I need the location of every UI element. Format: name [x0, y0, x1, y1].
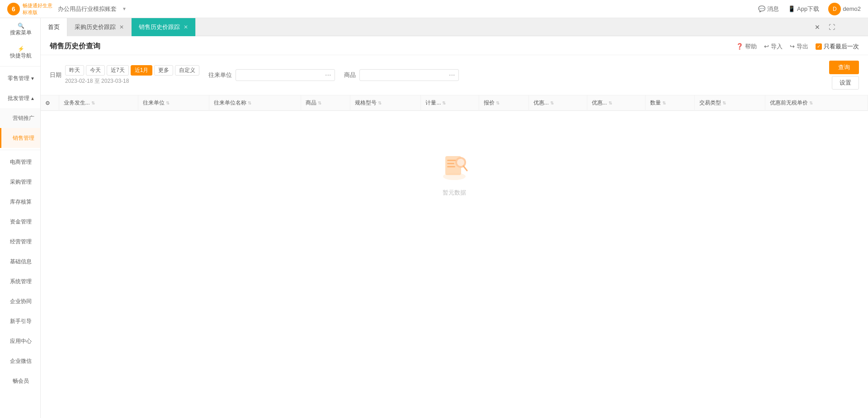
tab-bar-actions: ✕ ⛶ [812, 22, 841, 33]
sidebar-item-system[interactable]: 系统管理 [0, 271, 40, 291]
empty-icon [436, 147, 472, 183]
sidebar-item-marketing[interactable]: 营销推广 [0, 108, 40, 128]
date-btn-custom[interactable]: 自定义 [175, 65, 199, 76]
sidebar-item-wechat[interactable]: 企业微信 [0, 351, 40, 371]
svg-rect-3 [447, 163, 454, 164]
svg-rect-4 [447, 166, 455, 167]
tab-close-sales[interactable]: ✕ [184, 24, 188, 30]
user-action[interactable]: D demo2 [828, 3, 861, 15]
sidebar-item-purchase[interactable]: 采购管理 [0, 172, 40, 192]
product-filter-group: 商品 ··· [344, 69, 459, 81]
sort-icon: ⇅ [378, 100, 382, 105]
partner-dots-icon[interactable]: ··· [325, 71, 331, 79]
message-icon: 💬 [758, 5, 765, 12]
top-bar-right: 💬 消息 📱 App下载 D demo2 [758, 3, 861, 15]
date-range: 2023-02-18 至 2023-03-18 [65, 77, 199, 85]
th-trade-type[interactable]: 交易类型⇅ [695, 95, 765, 111]
sidebar-item-sales[interactable]: 销售管理 [0, 128, 40, 148]
sort-icon: ⇅ [550, 100, 554, 105]
th-biz-date[interactable]: 业务发生...⇅ [59, 95, 138, 111]
help-action[interactable]: ❓ 帮助 [736, 43, 757, 51]
page-header: 销售历史价查询 ❓ 帮助 ↩ 导入 ↪ 导出 ✓ [41, 36, 868, 55]
date-btn-yesterday[interactable]: 昨天 [65, 65, 84, 76]
search-icon: 🔍 [18, 23, 24, 29]
export-action[interactable]: ↪ 导出 [790, 43, 808, 51]
empty-state: 暂元数据 [41, 111, 868, 233]
sort-icon: ⇅ [809, 100, 813, 105]
chevron-up-icon: ▲ [30, 96, 35, 101]
sidebar-item-shortcut[interactable]: ⚡ 快捷导航 [0, 41, 40, 64]
sidebar-item-retail[interactable]: 零售管理 ▼ [0, 68, 40, 88]
th-quantity[interactable]: 数量⇅ [645, 95, 694, 111]
product-input-wrapper: ··· [359, 69, 459, 81]
date-btn-7days[interactable]: 近7天 [107, 65, 129, 76]
sidebar-item-ecommerce[interactable]: 电商管理 [0, 152, 40, 172]
page-title: 销售历史价查询 [50, 42, 100, 51]
sidebar-item-apps[interactable]: 应用中心 [0, 331, 40, 351]
tab-close-all-button[interactable]: ✕ [812, 22, 823, 33]
tab-sales-history[interactable]: 销售历史价跟踪 ✕ [132, 18, 196, 36]
tab-home[interactable]: 首页 [41, 18, 67, 36]
sidebar-item-enterprise[interactable]: 企业协同 [0, 291, 40, 311]
top-bar: 6 畅捷通好生意 标准版 办公用品行业模拟账套 ▼ 💬 消息 📱 App下载 D… [0, 0, 868, 18]
product-dots-icon[interactable]: ··· [449, 71, 455, 79]
th-partner-code[interactable]: 往来单位⇅ [138, 95, 209, 111]
tab-close-purchase[interactable]: ✕ [119, 24, 124, 30]
sidebar-item-inventory[interactable]: 库存核算 [0, 192, 40, 212]
product-label: 商品 [344, 71, 356, 79]
th-discount1[interactable]: 优惠...⇅ [528, 95, 587, 111]
dropdown-icon[interactable]: ▼ [122, 6, 127, 11]
sidebar: 🔍 搜索菜单 ⚡ 快捷导航 零售管理 ▼ 批发管理 ▲ 营销推广 销售管理 电商… [0, 18, 41, 418]
sidebar-item-finance[interactable]: 资金管理 [0, 212, 40, 232]
th-discount2[interactable]: 优惠...⇅ [587, 95, 645, 111]
avatar: D [828, 3, 841, 15]
svg-line-7 [463, 166, 467, 171]
svg-rect-2 [447, 160, 456, 161]
tab-purchase-history[interactable]: 采购历史价跟踪 ✕ [67, 18, 132, 36]
download-icon: 📱 [788, 5, 795, 12]
th-unit[interactable]: 计量...⇅ [421, 95, 479, 111]
date-filter-group: 日期 昨天 今天 近7天 近1月 更多 自定义 2023-02-18 至 202… [50, 65, 199, 85]
th-tax-price[interactable]: 优惠前无税单价⇅ [765, 95, 868, 111]
page-content: 销售历史价查询 ❓ 帮助 ↩ 导入 ↪ 导出 ✓ [41, 36, 868, 418]
date-btn-today[interactable]: 今天 [86, 65, 105, 76]
only-last-checkbox[interactable]: ✓ 只看最后一次 [816, 43, 859, 51]
sidebar-item-member[interactable]: 畅会员 [0, 371, 40, 391]
table-container: ⚙ 业务发生...⇅ 往来单位⇅ 往来单位名称⇅ [41, 95, 868, 418]
date-btn-1month[interactable]: 近1月 [131, 65, 153, 76]
sidebar-item-operation[interactable]: 经营管理 [0, 232, 40, 252]
sort-icon: ⇅ [662, 100, 666, 105]
sort-icon: ⇅ [442, 100, 446, 105]
th-gear[interactable]: ⚙ [41, 95, 59, 111]
partner-input[interactable] [240, 72, 325, 79]
message-action[interactable]: 💬 消息 [758, 5, 779, 13]
th-spec[interactable]: 规格型号⇅ [350, 95, 421, 111]
th-partner-name[interactable]: 往来单位名称⇅ [209, 95, 301, 111]
top-bar-left: 6 畅捷通好生意 标准版 办公用品行业模拟账套 ▼ [7, 2, 127, 15]
svg-point-6 [457, 159, 464, 166]
sort-icon: ⇅ [166, 100, 170, 105]
logo-icon: 6 [7, 3, 20, 15]
product-input[interactable] [363, 72, 449, 79]
download-action[interactable]: 📱 App下载 [788, 5, 819, 13]
sidebar-item-wholesale[interactable]: 批发管理 ▲ [0, 88, 40, 108]
empty-text: 暂元数据 [443, 189, 466, 197]
sidebar-item-search[interactable]: 🔍 搜索菜单 [0, 18, 40, 41]
tab-fullscreen-button[interactable]: ⛶ [826, 22, 837, 33]
date-buttons: 昨天 今天 近7天 近1月 更多 自定义 [65, 65, 199, 76]
th-price[interactable]: 报价⇅ [479, 95, 528, 111]
tab-bar: 首页 采购历史价跟踪 ✕ 销售历史价跟踪 ✕ ✕ ⛶ [41, 18, 868, 36]
logo-area: 6 畅捷通好生意 标准版 [7, 2, 52, 15]
date-btn-more[interactable]: 更多 [154, 65, 173, 76]
filter-bar: 日期 昨天 今天 近7天 近1月 更多 自定义 2023-02-18 至 202… [41, 55, 868, 95]
th-product[interactable]: 商品⇅ [301, 95, 350, 111]
sidebar-item-newbie[interactable]: 新手引导 [0, 311, 40, 331]
import-action[interactable]: ↩ 导入 [764, 43, 783, 51]
sidebar-item-basic[interactable]: 基础信息 [0, 252, 40, 271]
sort-icon: ⇅ [722, 100, 726, 105]
query-button[interactable]: 查询 [829, 61, 859, 74]
shortcut-icon: ⚡ [18, 46, 24, 52]
sort-icon: ⇅ [609, 100, 612, 105]
settings-button[interactable]: 设置 [832, 76, 859, 90]
logo-text: 畅捷通好生意 标准版 [23, 2, 52, 15]
